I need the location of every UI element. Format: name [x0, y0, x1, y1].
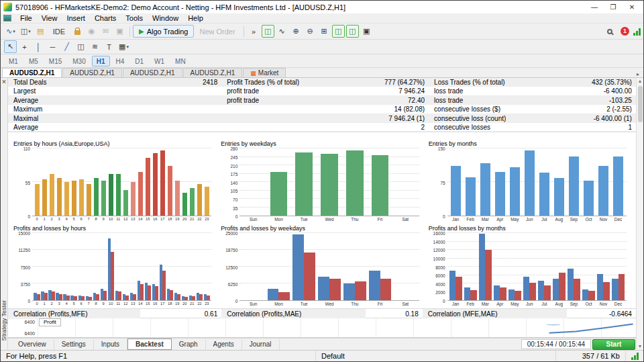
chart-tab-3[interactable]: AUDUSD.Z,H1 — [183, 68, 243, 77]
market-tab-label: Market — [258, 69, 279, 77]
auto-scroll-icon[interactable]: ◫ — [262, 25, 274, 38]
algo-trading-button[interactable]: ▶ Algo Trading — [133, 25, 194, 38]
table-row: Average2consecutive losses1 — [8, 123, 636, 132]
crosshair-tool-icon[interactable]: + — [18, 40, 31, 53]
loss-bar — [74, 296, 77, 300]
scrollbar-thumb[interactable] — [638, 86, 643, 122]
chart-shift-icon[interactable]: » — [248, 25, 260, 38]
status-profile[interactable]: Default — [316, 351, 556, 361]
equidistant-channel-icon[interactable]: ◫ — [74, 40, 87, 53]
timeframe-w1[interactable]: W1 — [150, 56, 169, 66]
menu-view[interactable]: View — [37, 13, 62, 24]
zoom-out-icon[interactable]: ⊖ — [304, 25, 317, 38]
cursor-tool-icon[interactable]: ↖ — [4, 40, 17, 53]
bar-group — [159, 148, 166, 216]
ytick-label: 8000 — [435, 265, 445, 269]
quotes-chart-icon[interactable]: ∿▾ — [4, 25, 17, 38]
chart-xaxis: SunMonTueWedThuFriSat — [239, 301, 419, 307]
profit-bar — [582, 289, 589, 300]
cascade-windows-icon[interactable]: ◫ — [346, 25, 359, 38]
chart-yaxis: 0375075001125015000 — [13, 233, 32, 301]
bar-group — [56, 148, 62, 216]
shapes-icon: ▦ — [119, 42, 125, 51]
tester-tab-overview[interactable]: Overview — [11, 339, 54, 350]
text-tool-icon[interactable]: T — [103, 40, 115, 53]
tester-tab-journal[interactable]: Journal — [242, 339, 280, 350]
print-icon[interactable]: ▣ — [113, 25, 126, 38]
chart-tab-1[interactable]: AUDUSD.Z,H1 — [62, 68, 122, 77]
close-button[interactable]: ✕ — [623, 2, 641, 13]
chart-plot — [32, 233, 211, 301]
alerts-icon[interactable]: ◉ — [85, 25, 98, 38]
bar — [525, 150, 535, 216]
stat-label: Profit Trades (% of total) — [221, 78, 366, 87]
bar-group — [63, 233, 70, 300]
menu-insert[interactable]: Insert — [62, 13, 90, 24]
tester-close-icon[interactable]: ✕ — [1, 78, 7, 86]
horizontal-line-icon[interactable]: ─ — [46, 40, 59, 53]
loss-bar — [184, 297, 188, 300]
tab-market[interactable]: ▦Market — [243, 68, 286, 77]
profit-tab[interactable]: Profit — [39, 318, 61, 326]
tester-tab-graph[interactable]: Graph — [172, 339, 206, 350]
vertical-line-icon[interactable]: │ — [32, 40, 45, 53]
bar-group — [567, 148, 581, 216]
timeframe-h1[interactable]: H1 — [92, 56, 110, 66]
stat-label: profit trade — [221, 87, 366, 95]
bar-group — [464, 233, 478, 300]
menu-file[interactable]: File — [15, 13, 37, 24]
minimize-button[interactable]: — — [586, 2, 603, 13]
timeframe-d1[interactable]: D1 — [130, 56, 148, 66]
menu-help[interactable]: Help — [183, 13, 208, 24]
chart-tab-0[interactable]: AUDUSD.Z,H1 — [2, 68, 62, 77]
menu-window[interactable]: Window — [148, 13, 183, 24]
restore-button[interactable]: ❐ — [604, 2, 622, 13]
timeframe-m30[interactable]: M30 — [68, 56, 90, 66]
chart-body: 0200040006000800010000120001400016000 — [429, 233, 627, 301]
chart-type-icon[interactable]: ◫▾ — [19, 25, 33, 38]
chart-tab-2[interactable]: AUDUSD.Z,H1 — [123, 68, 182, 77]
tab-scroll-right-icon[interactable]: ▸ — [634, 71, 642, 77]
tester-tab-inputs[interactable]: Inputs — [94, 339, 127, 350]
tester-tab-agents[interactable]: Agents — [206, 339, 242, 350]
grid-icon[interactable]: ⊞ — [318, 25, 331, 38]
notification-badge[interactable]: 1 — [621, 27, 629, 36]
search-icon[interactable] — [603, 25, 616, 38]
menu-tools[interactable]: Tools — [121, 13, 148, 24]
zoom-in-icon[interactable]: ⊕ — [290, 25, 303, 38]
strategy-tester-panel: ✕ Strategy Tester Total Deals2418Profit … — [1, 78, 643, 350]
bar-group — [266, 148, 291, 216]
tester-tab-settings[interactable]: Settings — [54, 339, 94, 350]
focus-icon[interactable]: ▣ — [360, 25, 373, 38]
tile-windows-icon[interactable]: ◫ — [332, 25, 345, 38]
chart-window-icon[interactable] — [3, 15, 11, 21]
bar-group — [393, 148, 418, 216]
scroll-down-icon[interactable]: ▼ — [638, 343, 643, 350]
scroll-up-icon[interactable]: ▲ — [638, 78, 643, 85]
tester-tab-backtest[interactable]: Backtest — [127, 338, 172, 350]
xtick-label: 17 — [159, 216, 166, 222]
shapes-tool-icon[interactable]: ▦▾ — [117, 40, 131, 53]
fibonacci-icon[interactable]: ≋ — [89, 40, 101, 53]
indicator-icon[interactable]: ∿ — [276, 25, 288, 38]
bar-group — [266, 233, 291, 300]
tester-scrollbar[interactable]: ▲ ▼ — [636, 78, 643, 350]
ytick-label: 12500 — [225, 265, 237, 269]
xtick-label: 22 — [196, 301, 203, 307]
mail-icon[interactable]: ✉ — [99, 25, 112, 38]
table-row: Averageprofit trade72.40loss trade-103.2… — [8, 96, 636, 105]
timeframe-m5[interactable]: M5 — [24, 56, 43, 66]
new-order-button[interactable]: New Order — [195, 25, 239, 38]
profile-icon[interactable]: ▤ — [34, 25, 47, 38]
timeframe-h4[interactable]: H4 — [111, 56, 129, 66]
ytick-label: 4000 — [435, 281, 445, 286]
start-button[interactable]: Start — [592, 339, 635, 350]
stat-label: loss trade — [429, 96, 567, 105]
timeframe-mn[interactable]: MN — [170, 56, 191, 66]
ide-button[interactable]: IDE — [48, 25, 70, 38]
menu-charts[interactable]: Charts — [90, 13, 121, 24]
timeframe-m1[interactable]: M1 — [4, 56, 23, 66]
timeframe-m15[interactable]: M15 — [44, 56, 66, 66]
trendline-icon[interactable]: ╱ — [60, 40, 73, 53]
lock-icon[interactable] — [71, 25, 84, 38]
